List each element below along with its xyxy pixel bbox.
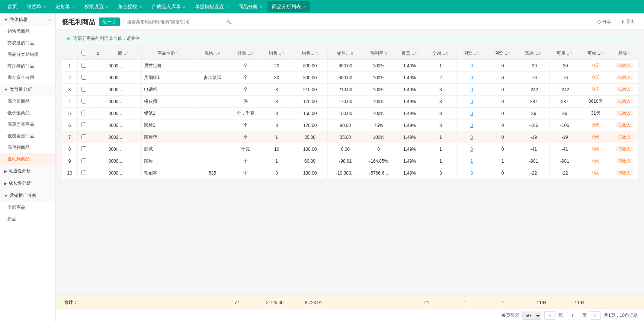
- nav-purchase[interactable]: 进货单 ×: [51, 1, 79, 12]
- row-name[interactable]: 铅笔1: [141, 108, 195, 119]
- sidebar-item-low-coverage[interactable]: 低覆盖量商品: [0, 130, 55, 142]
- row-checkbox[interactable]: [81, 134, 86, 139]
- row-name[interactable]: 测试: [141, 143, 195, 155]
- nav-sales[interactable]: 销货单 ×: [22, 1, 50, 12]
- sidebar-group-marketing[interactable]: ▼ 营销推广分析: [0, 189, 55, 202]
- nav-template-close[interactable]: ×: [226, 4, 228, 9]
- row-checkbox[interactable]: [81, 111, 86, 115]
- col-view1[interactable]: 浏览...⇅: [456, 47, 487, 60]
- sidebar-group-overall[interactable]: ▼ 整体信息 «: [0, 13, 55, 26]
- row-view1[interactable]: 0: [456, 72, 487, 84]
- col-sales-profit[interactable]: 销售...⇅: [328, 47, 363, 60]
- sidebar-item-sales-goods[interactable]: 销售类商品: [0, 26, 55, 37]
- sidebar-item-high-coverage[interactable]: 高覆盖量商品: [0, 119, 55, 130]
- next-page-button[interactable]: ＞: [590, 311, 601, 320]
- row-checkbox[interactable]: [81, 99, 86, 103]
- nav-analysis-list-close[interactable]: ×: [303, 4, 305, 9]
- col-avail[interactable]: 可用...⇅: [549, 47, 580, 60]
- row-check[interactable]: [78, 119, 90, 131]
- row-view1[interactable]: 0: [456, 143, 487, 155]
- nav-product-entry[interactable]: 产成品入库单 ×: [147, 1, 190, 12]
- row-name[interactable]: 鼠标垫: [141, 131, 195, 143]
- page-number-input[interactable]: [566, 312, 579, 319]
- row-check[interactable]: [78, 131, 90, 143]
- row-view1[interactable]: 0: [456, 84, 487, 96]
- row-name[interactable]: 吴细细1: [141, 72, 195, 84]
- sidebar-item-low-profit[interactable]: 低毛利商品: [0, 153, 55, 165]
- row-name[interactable]: 属性定价: [141, 60, 195, 72]
- sidebar-group-cluster[interactable]: ▼ 类群量分析: [0, 83, 55, 96]
- nav-product-close[interactable]: ×: [183, 4, 185, 9]
- row-check[interactable]: [78, 96, 90, 108]
- nav-analysis-list[interactable]: 商品分析列表 ×: [267, 1, 310, 12]
- col-sales-amt[interactable]: 销售...⇅: [292, 47, 327, 60]
- sidebar-item-traded-goods[interactable]: 交易过的商品: [0, 37, 55, 49]
- nav-purchase-close[interactable]: ×: [72, 4, 74, 9]
- page-size-select[interactable]: 50 20 100: [522, 312, 541, 320]
- row-check[interactable]: [78, 84, 90, 96]
- row-view1[interactable]: 0: [456, 108, 487, 119]
- col-tag[interactable]: 标签⇅: [611, 47, 638, 60]
- col-setting[interactable]: ⚙: [90, 47, 106, 60]
- sidebar-item-in-stock[interactable]: 有库存的商品: [0, 60, 55, 72]
- sidebar-item-all-goods[interactable]: 全部商品: [0, 202, 55, 213]
- time-filter-button[interactable]: 近一月: [99, 17, 120, 26]
- col-sales-qty[interactable]: 销售...⇅: [261, 47, 292, 60]
- nav-role[interactable]: 角色授权 ×: [113, 1, 146, 12]
- col-name[interactable]: 商品名称⇅: [141, 47, 195, 60]
- row-checkbox[interactable]: [81, 170, 86, 175]
- row-view1[interactable]: 1: [456, 155, 487, 167]
- nav-permission[interactable]: 权限设置 ×: [80, 1, 113, 12]
- col-cover[interactable]: 覆盖...⇅: [394, 47, 425, 60]
- sidebar-item-low-value[interactable]: 低价值商品: [0, 107, 55, 119]
- nav-analysis-close[interactable]: ×: [260, 4, 262, 9]
- row-view1[interactable]: 0: [456, 96, 487, 108]
- sidebar-item-new-goods[interactable]: 新品: [0, 213, 55, 225]
- sidebar-group-flow[interactable]: ▶ 流通性分析: [0, 165, 55, 177]
- sidebar-item-high-value[interactable]: 高价值商品: [0, 96, 55, 107]
- row-view1[interactable]: 0: [456, 119, 487, 131]
- row-name[interactable]: 鼠标: [141, 155, 195, 167]
- row-check[interactable]: [78, 167, 90, 179]
- row-view1[interactable]: 0: [456, 167, 487, 179]
- sidebar-item-stock-capital[interactable]: 库存资金占用: [0, 72, 55, 83]
- search-input[interactable]: [127, 19, 225, 25]
- collapse-icon[interactable]: «: [49, 17, 52, 23]
- row-checkbox[interactable]: [81, 87, 86, 92]
- row-view1[interactable]: 0: [456, 131, 487, 143]
- nav-analysis[interactable]: 商品分析 ×: [234, 1, 267, 12]
- row-name[interactable]: 鼠标1: [141, 119, 195, 131]
- row-check[interactable]: [78, 60, 90, 72]
- row-view1[interactable]: 0: [456, 60, 487, 72]
- search-icon[interactable]: 🔍: [226, 19, 232, 25]
- row-checkbox[interactable]: [81, 158, 86, 163]
- row-check[interactable]: [78, 143, 90, 155]
- row-checkbox[interactable]: [81, 63, 86, 68]
- col-spec[interactable]: 规格...⇅: [195, 47, 230, 60]
- row-check[interactable]: [78, 72, 90, 84]
- nav-sales-close[interactable]: ×: [44, 4, 46, 9]
- sidebar-group-growth[interactable]: ▶ 成长性分析: [0, 177, 55, 189]
- row-checkbox[interactable]: [81, 75, 86, 80]
- col-gross-rate[interactable]: 毛利率⇅: [363, 47, 394, 60]
- row-checkbox[interactable]: [81, 146, 86, 151]
- prev-page-button[interactable]: ＜: [544, 311, 555, 320]
- sidebar-item-high-profit[interactable]: 高毛利商品: [0, 142, 55, 153]
- col-trade[interactable]: 交易...⇅: [425, 47, 456, 60]
- row-checkbox[interactable]: [81, 122, 86, 127]
- col-saleable[interactable]: 可销...⇅: [580, 47, 611, 60]
- nav-role-close[interactable]: ×: [140, 4, 142, 9]
- export-button[interactable]: ⬆ 导出: [618, 17, 638, 26]
- sidebar-item-category-rate[interactable]: 商品分类助销率: [0, 49, 55, 60]
- row-check[interactable]: [78, 155, 90, 167]
- col-code[interactable]: 商...⇅: [106, 47, 141, 60]
- share-button[interactable]: ⬡ 分享: [594, 17, 614, 26]
- row-name[interactable]: 橡皮擦: [141, 96, 195, 108]
- nav-home[interactable]: 首页: [3, 1, 22, 12]
- row-name[interactable]: 笔记本: [141, 167, 195, 179]
- row-name[interactable]: 电话机: [141, 84, 195, 96]
- nav-template[interactable]: 单据模板设置 ×: [190, 1, 233, 12]
- col-view2[interactable]: 浏览...⇅: [487, 47, 518, 60]
- col-current[interactable]: 现有...⇅: [518, 47, 549, 60]
- col-unit[interactable]: 计量...⇅: [230, 47, 261, 60]
